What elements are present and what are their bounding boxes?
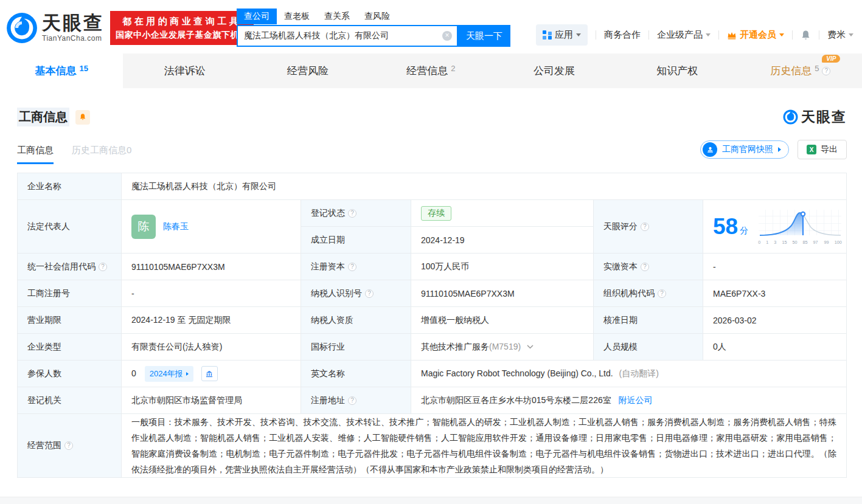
field-value-insured-count: 0 2024年报 bbox=[122, 361, 301, 387]
username-label: 费米 bbox=[827, 29, 846, 41]
nav-enterprise-products[interactable]: 企业级产品 bbox=[657, 29, 711, 41]
nav-cooperation[interactable]: 商务合作 bbox=[604, 29, 641, 41]
tab-label: 历史信息 bbox=[770, 64, 812, 78]
tab-count: 15 bbox=[79, 64, 88, 73]
chevron-down-icon bbox=[779, 33, 784, 36]
nav-separator bbox=[819, 30, 819, 40]
tab-count: 5 bbox=[815, 64, 819, 73]
field-value-approval-date: 2026-03-02 bbox=[703, 307, 847, 334]
search-input[interactable] bbox=[238, 26, 457, 46]
bell-icon bbox=[801, 30, 811, 41]
field-label-taxpayer-id: 纳税人识别号 bbox=[301, 280, 411, 307]
snapshot-label: 工商官网快照 bbox=[722, 144, 773, 155]
help-icon[interactable] bbox=[348, 209, 356, 218]
field-value-paid-capital: - bbox=[703, 254, 847, 280]
nav-open-vip[interactable]: 开通会员 bbox=[727, 29, 784, 41]
nav-separator bbox=[648, 30, 649, 40]
field-label-business-term: 营业期限 bbox=[18, 307, 122, 334]
help-icon[interactable] bbox=[365, 289, 374, 298]
export-button[interactable]: 导出 bbox=[798, 140, 847, 159]
score-axis-ticks: 01 315 5085 9799 100 bbox=[758, 240, 842, 245]
brand-domain: TianYanCha.com bbox=[42, 34, 104, 43]
apps-menu[interactable]: 应用 bbox=[536, 24, 588, 46]
nav-separator bbox=[792, 30, 793, 40]
crown-icon bbox=[727, 31, 737, 40]
help-icon[interactable] bbox=[64, 441, 73, 450]
field-value-establish-date: 2024-12-19 bbox=[411, 227, 594, 254]
arrow-right-icon bbox=[186, 372, 189, 376]
search-tab-boss[interactable]: 查老板 bbox=[277, 9, 317, 24]
field-value-reg-authority: 北京市朝阳区市场监督管理局 bbox=[122, 387, 301, 414]
field-label-credit-code: 统一社会信用代码 bbox=[18, 254, 122, 280]
notification-button[interactable] bbox=[801, 30, 811, 41]
promo-badge: 都在用的商业查询工具 国家中小企业发展子基金旗下机构 bbox=[110, 11, 254, 45]
field-label-approval-date: 核准日期 bbox=[594, 307, 703, 334]
field-value-industry: 其他技术推广服务(M7519) bbox=[411, 334, 594, 361]
social-insurance-chart-button[interactable] bbox=[201, 366, 218, 381]
score-curve-chart: 01 315 5085 9799 100 bbox=[758, 209, 842, 245]
field-label-legal-rep: 法定代表人 bbox=[18, 200, 122, 254]
field-value-credit-code: 91110105MAE6P7XX3M bbox=[122, 254, 301, 280]
chevron-down-icon[interactable] bbox=[527, 345, 534, 349]
search-tab-risk[interactable]: 查风险 bbox=[357, 9, 397, 24]
chevron-down-icon bbox=[576, 33, 581, 36]
tianyancha-logo-icon bbox=[783, 109, 798, 125]
user-menu[interactable]: 费米 bbox=[827, 29, 853, 41]
annual-report-pill[interactable]: 2024年报 bbox=[145, 366, 193, 382]
promo-line2: 国家中小企业发展子基金旗下机构 bbox=[116, 29, 248, 41]
field-label-tyc-score: 天眼评分 bbox=[594, 200, 703, 254]
subtab-history-business-info[interactable]: 历史工商信息0 bbox=[72, 145, 131, 164]
field-value-reg-address: 北京市朝阳区豆各庄乡水牛坊015号东楼二层226室 附近公司 bbox=[411, 387, 847, 414]
help-icon[interactable] bbox=[348, 263, 356, 271]
top-nav: 应用 商务合作 企业级产品 开通会员 bbox=[536, 24, 853, 46]
help-icon[interactable] bbox=[822, 67, 830, 75]
search-tabs: 查公司 查老板 查关系 查风险 bbox=[237, 9, 512, 24]
tab-intellectual-property[interactable]: 知识产权 bbox=[616, 54, 739, 88]
tab-history-info[interactable]: 历史信息 5 VIP bbox=[739, 54, 862, 88]
search-input-wrap: × bbox=[237, 25, 458, 47]
enterprise-products-label: 企业级产品 bbox=[657, 29, 703, 41]
tab-basic-info[interactable]: 基本信息 15 bbox=[0, 54, 123, 88]
legal-rep-link[interactable]: 陈春玉 bbox=[163, 221, 189, 232]
nearby-companies-link[interactable]: 附近公司 bbox=[619, 395, 653, 405]
field-label-staff-size: 人员规模 bbox=[594, 334, 703, 361]
section-title: 工商信息 bbox=[17, 108, 69, 126]
search-tab-company[interactable]: 查公司 bbox=[237, 9, 277, 24]
help-icon[interactable] bbox=[348, 396, 356, 405]
header: 天眼查 TianYanCha.com 都在用的商业查询工具 国家中小企业发展子基… bbox=[0, 0, 862, 54]
search-tab-relation[interactable]: 查关系 bbox=[317, 9, 357, 24]
search-button[interactable]: 天眼一下 bbox=[458, 25, 510, 47]
field-label-company-name: 企业名称 bbox=[18, 173, 122, 200]
brand-name: 天眼查 bbox=[801, 108, 847, 126]
help-icon[interactable] bbox=[658, 289, 666, 298]
subtabs: 工商信息 历史工商信息0 bbox=[17, 145, 131, 164]
field-label-business-scope: 经营范围 bbox=[18, 414, 122, 478]
main-content: 工商信息 天眼查 工商信息 历史工商信息0 bbox=[0, 108, 862, 478]
field-label-reg-authority: 登记机关 bbox=[18, 387, 122, 414]
field-value-staff-size: 0人 bbox=[703, 334, 847, 361]
official-snapshot-button[interactable]: 工商官网快照 bbox=[700, 140, 789, 159]
field-value-legal-rep: 陈 陈春玉 bbox=[122, 200, 301, 254]
monitor-bell-button[interactable] bbox=[75, 110, 90, 125]
bell-icon bbox=[79, 113, 86, 121]
field-value-business-term: 2024-12-19 至 无固定期限 bbox=[122, 307, 301, 334]
field-value-business-scope: 一般项目：技术服务、技术开发、技术咨询、技术交流、技术转让、技术推广；智能机器人… bbox=[122, 414, 847, 478]
field-value-reg-capital: 100万人民币 bbox=[411, 254, 594, 280]
tianyancha-logo[interactable]: 天眼查 TianYanCha.com bbox=[6, 12, 104, 44]
avatar[interactable]: 陈 bbox=[131, 215, 156, 239]
help-icon[interactable] bbox=[641, 223, 649, 231]
subtab-business-info[interactable]: 工商信息 bbox=[17, 145, 54, 164]
help-icon[interactable] bbox=[99, 263, 107, 271]
footer-strip bbox=[0, 497, 862, 504]
field-label-company-type: 企业类型 bbox=[18, 334, 122, 361]
tab-legal-litigation[interactable]: 法律诉讼 bbox=[123, 54, 246, 88]
tab-company-development[interactable]: 公司发展 bbox=[493, 54, 616, 88]
clear-icon[interactable]: × bbox=[442, 31, 452, 41]
tab-operation-risk[interactable]: 经营风险 bbox=[246, 54, 369, 88]
help-icon[interactable] bbox=[641, 263, 649, 271]
field-label-reg-status: 登记状态 bbox=[301, 200, 411, 227]
tab-operation-info[interactable]: 经营信息 2 bbox=[369, 54, 492, 88]
field-label-reg-capital: 注册资本 bbox=[301, 254, 411, 280]
vip-badge: VIP bbox=[822, 55, 840, 63]
field-value-reg-status: 存续 bbox=[411, 200, 594, 227]
